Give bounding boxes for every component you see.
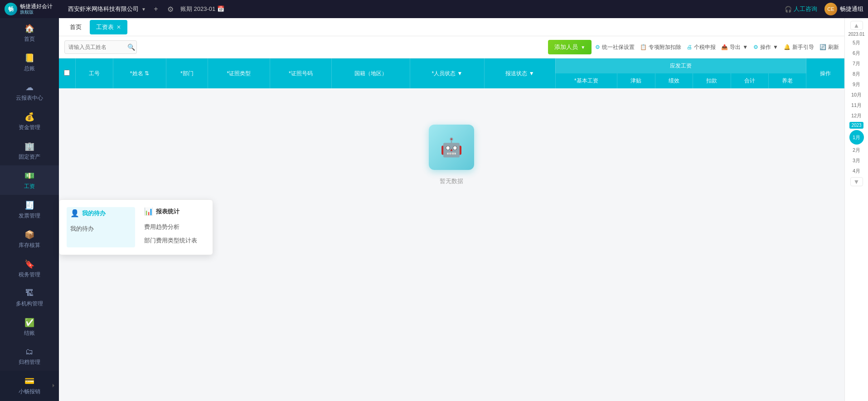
timeline-month-5[interactable]: 5月 bbox=[848, 38, 866, 48]
dept-expense-item[interactable]: 部门费用类型统计表 bbox=[144, 234, 205, 247]
sidebar-label-closing: 结账 bbox=[24, 329, 35, 337]
company-selector[interactable]: 西安虾米网络科技有限公司 ▼ bbox=[63, 5, 146, 13]
th-country: 国籍（地区） bbox=[332, 58, 410, 88]
sidebar-item-expense[interactable]: 💳 小畅报销 bbox=[0, 371, 59, 400]
operations-btn[interactable]: ⚙ 操作 ▼ bbox=[753, 43, 778, 51]
timeline-month-8[interactable]: 8月 bbox=[848, 69, 866, 79]
sidebar-item-ledger[interactable]: 📒 总账 bbox=[0, 48, 59, 77]
sidebar-item-tax[interactable]: 🔖 税务管理 bbox=[0, 254, 59, 283]
tax-deduction-label: 专项附加扣除 bbox=[649, 43, 681, 51]
export-label: 导出 bbox=[730, 43, 741, 51]
period-label: 账期 bbox=[180, 5, 192, 12]
timeline-next[interactable]: ▼ bbox=[850, 177, 863, 186]
calendar-icon[interactable]: 📅 bbox=[217, 5, 224, 12]
timeline-month-4[interactable]: 4月 bbox=[848, 166, 866, 176]
refresh-label: 刷新 bbox=[828, 43, 839, 51]
dropdown-col-reports: 📊 报表统计 费用趋势分析 部门费用类型统计表 bbox=[144, 207, 205, 247]
sidebar-item-archive[interactable]: 🗂 归档管理 bbox=[0, 342, 59, 371]
th-wage-group: 应发工资 bbox=[555, 58, 806, 73]
timeline-prev[interactable]: ▲ bbox=[850, 21, 863, 30]
refresh-btn[interactable]: 🔄 刷新 bbox=[820, 43, 839, 51]
logo-area: 畅 畅捷通好会计 旗舰版 bbox=[5, 3, 63, 15]
timeline-month-11[interactable]: 11月 bbox=[848, 100, 866, 111]
period-display[interactable]: 账期 2023-01 📅 bbox=[180, 5, 224, 13]
timeline-month-12[interactable]: 12月 bbox=[848, 111, 866, 121]
timeline-month-7[interactable]: 7月 bbox=[848, 58, 866, 69]
tax-deduction-icon: 📋 bbox=[640, 44, 647, 50]
social-security-btn[interactable]: ⚙ 统一社保设置 bbox=[595, 43, 635, 51]
search-icon[interactable]: 🔍 bbox=[127, 43, 135, 51]
timeline-month-1-active[interactable]: 1月 bbox=[849, 130, 864, 145]
timeline-month-10[interactable]: 10月 bbox=[848, 90, 866, 100]
th-dept: *部门 bbox=[166, 58, 208, 88]
tab-bar: 首页 工资表 ✕ bbox=[59, 18, 844, 36]
select-all-checkbox[interactable] bbox=[64, 70, 70, 76]
add-button[interactable]: + bbox=[150, 4, 161, 14]
sidebar-label-archive: 归档管理 bbox=[19, 358, 40, 366]
tax-deduction-btn[interactable]: 📋 专项附加扣除 bbox=[640, 43, 681, 51]
sidebar-item-fixed-assets[interactable]: 🏢 固定资产 bbox=[0, 136, 59, 165]
timeline-current-year: 2023 bbox=[849, 122, 863, 129]
timeline-month-3[interactable]: 3月 bbox=[848, 155, 866, 166]
toolbar: 🔍 添加人员 ▼ ⚙ 统一社保设置 📋 专项附加扣除 🖨 个税申报 bbox=[59, 36, 844, 58]
export-btn[interactable]: 📤 导出 ▼ bbox=[721, 43, 748, 51]
user-name: 畅捷通组 bbox=[840, 5, 863, 13]
logo-icon: 畅 bbox=[5, 3, 17, 15]
sidebar-item-salary[interactable]: 💵 工资 bbox=[0, 165, 59, 195]
salary-icon: 💵 bbox=[24, 171, 34, 181]
new-guide-btn[interactable]: 🔔 新手引导 bbox=[784, 43, 814, 51]
tab-close-button[interactable]: ✕ bbox=[116, 24, 121, 30]
add-person-button[interactable]: 添加人员 ▼ bbox=[548, 40, 592, 54]
settings-button[interactable]: ⚙ bbox=[165, 4, 176, 14]
tab-home-label: 首页 bbox=[70, 23, 82, 31]
tab-salary-label: 工资表 bbox=[96, 23, 114, 31]
todo-item[interactable]: 我的待办 bbox=[70, 222, 131, 236]
ledger-icon: 📒 bbox=[24, 53, 34, 63]
search-input[interactable] bbox=[68, 44, 127, 50]
expense-trend-item[interactable]: 费用趋势分析 bbox=[144, 220, 205, 234]
timeline-month-6[interactable]: 6月 bbox=[848, 48, 866, 58]
sidebar-item-inventory[interactable]: 📦 库存核算 bbox=[0, 224, 59, 254]
sidebar-item-funds[interactable]: 💰 资金管理 bbox=[0, 106, 59, 136]
avatar-text: CE bbox=[827, 6, 834, 12]
invoice-icon: 🧾 bbox=[24, 200, 34, 210]
home-icon: 🏠 bbox=[24, 24, 34, 34]
tab-salary-table[interactable]: 工资表 ✕ bbox=[90, 20, 127, 34]
th-checkbox[interactable] bbox=[59, 58, 75, 88]
th-report-status: 报送状态 ▼ bbox=[485, 58, 555, 88]
th-id-type: *证照类型 bbox=[208, 58, 270, 88]
personal-tax-btn[interactable]: 🖨 个税申报 bbox=[687, 43, 716, 51]
sidebar-item-multi-org[interactable]: 🏗 多机构管理 bbox=[0, 283, 59, 312]
operations-icon: ⚙ bbox=[753, 44, 758, 50]
expense-dropdown-popup: 👤 我的待办 我的待办 📊 报表统计 费用趋势分析 部门费用类型统计表 bbox=[59, 199, 213, 255]
th-status: *人员状态 ▼ bbox=[410, 58, 485, 88]
th-pension: 养老 bbox=[768, 73, 806, 88]
sidebar-label-multi-org: 多机构管理 bbox=[16, 300, 43, 308]
timeline-year-display: 2023.01 bbox=[848, 32, 864, 37]
user-menu[interactable]: CE 畅捷通组 bbox=[824, 3, 863, 15]
sidebar-item-invoice[interactable]: 🧾 发票管理 bbox=[0, 195, 59, 224]
company-dropdown-arrow[interactable]: ▼ bbox=[141, 7, 146, 12]
empty-robot-icon: 🤖 bbox=[429, 125, 474, 170]
timeline-month-9[interactable]: 9月 bbox=[848, 79, 866, 90]
sidebar-item-home[interactable]: 🏠 首页 bbox=[0, 18, 59, 48]
timeline-month-2[interactable]: 2月 bbox=[848, 145, 866, 155]
sidebar: 🏠 首页 📒 总账 ☁ 云报表中心 💰 资金管理 🏢 固定资产 💵 工资 🧾 发… bbox=[0, 18, 59, 401]
sidebar-item-closing[interactable]: ✅ 结账 bbox=[0, 312, 59, 342]
timeline-panel: ▲ 2023.01 5月 6月 7月 8月 9月 10月 11月 12月 202… bbox=[844, 18, 868, 401]
service-button[interactable]: 🎧 人工咨询 bbox=[785, 5, 817, 13]
sidebar-item-cloud-report[interactable]: ☁ 云报表中心 bbox=[0, 77, 59, 106]
personal-tax-label: 个税申报 bbox=[694, 43, 716, 51]
th-bonus: 绩效 bbox=[655, 73, 693, 88]
app-title: 畅捷通好会计 bbox=[20, 3, 53, 10]
cloud-icon: ☁ bbox=[25, 82, 34, 92]
export-icon: 📤 bbox=[721, 44, 728, 50]
expense-icon: 💳 bbox=[24, 376, 34, 386]
reports-title-label: 报表统计 bbox=[156, 208, 179, 216]
th-total: 合计 bbox=[731, 73, 768, 88]
sidebar-label-home: 首页 bbox=[24, 35, 35, 43]
tab-home[interactable]: 首页 bbox=[63, 20, 88, 34]
add-person-label: 添加人员 bbox=[554, 43, 578, 51]
app-subtitle: 旗舰版 bbox=[20, 10, 53, 15]
th-operations: 操作 bbox=[806, 58, 844, 88]
